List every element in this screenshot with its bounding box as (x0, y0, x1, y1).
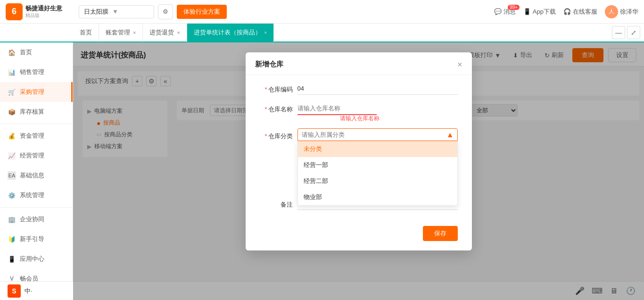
add-warehouse-modal: 新增仓库 × *仓库编码 *仓库名称 (246, 52, 472, 250)
name-error-message: 请输入仓库名称 (340, 115, 380, 123)
category-input-wrap: ▲ 未分类 经营一部 经营二部 物业部 (297, 128, 458, 141)
sidebar-inventory-label: 库存核算 (20, 108, 44, 116)
sidebar-item-purchase[interactable]: 🛒 采购管理 (0, 82, 73, 102)
tab-purchase-stats[interactable]: 进货单统计表（按商品） × (187, 23, 274, 42)
modal-body: *仓库编码 *仓库名称 请输入仓库名称 (246, 75, 472, 222)
tab-purchase-stats-close[interactable]: × (264, 30, 267, 35)
tab-purchase-stats-label: 进货单统计表（按商品） (194, 28, 261, 37)
headset-icon: 🎧 (563, 8, 571, 15)
user-area[interactable]: 人 徐泽华 (605, 5, 638, 18)
settings-gear-button[interactable]: ⚙ (158, 4, 173, 19)
store-name: 日太阳膜 (84, 8, 108, 16)
language-label: 中· (25, 287, 33, 295)
name-required-star: * (264, 106, 267, 113)
logo-subtitle: 精品版 (25, 12, 62, 18)
tab-purchase-return-close[interactable]: × (177, 30, 180, 35)
tab-minimize-button[interactable]: — (612, 26, 625, 39)
sales-icon: 📊 (8, 68, 16, 76)
guide-icon: 🔰 (8, 235, 16, 243)
trial-button[interactable]: 体验行业方案 (177, 5, 227, 19)
code-label: *仓库编码 (260, 83, 297, 94)
message-badge: 99+ (508, 5, 520, 10)
sidebar-item-basic[interactable]: EA 基础信息 (0, 166, 73, 185)
category-required-star: * (264, 133, 267, 140)
app-download-label: App下载 (533, 8, 556, 16)
sidebar-item-operations[interactable]: 📈 经营管理 (0, 146, 73, 166)
store-select[interactable]: 日太阳膜 ▼ (79, 5, 154, 18)
modal-header: 新增仓库 × (246, 52, 472, 75)
name-input-wrap: 请输入仓库名称 (297, 102, 458, 115)
tab-account[interactable]: 账套管理 × (99, 23, 143, 42)
sidebar-item-system[interactable]: ⚙️ 系统管理 (0, 185, 73, 205)
tab-maximize-button[interactable]: ⤢ (627, 26, 640, 39)
logo-text: 畅捷通好生意 精品版 (25, 5, 62, 19)
finance-icon: 💰 (8, 132, 16, 140)
purchase-icon: 🛒 (8, 88, 16, 96)
main-layout: 🏠 首页 📊 销售管理 🛒 采购管理 📦 库存核算 💰 资金管理 📈 经营管理 … (0, 42, 644, 300)
online-service-label: 在线客服 (573, 8, 597, 16)
logo-title: 畅捷通好生意 (25, 5, 62, 13)
sidebar-item-inventory[interactable]: 📦 库存核算 (0, 102, 73, 122)
sidebar-item-enterprise[interactable]: 🏢 企业协同 (0, 209, 73, 229)
home-icon: 🏠 (8, 48, 16, 57)
app-download-button[interactable]: 📱 App下载 (523, 8, 556, 16)
warehouse-name-input[interactable] (297, 102, 377, 115)
tab-account-label: 账套管理 (106, 28, 130, 37)
messages-button[interactable]: 💬 消息 99+ (494, 8, 516, 16)
tab-account-close[interactable]: × (133, 30, 136, 35)
sidebar-divider-1 (0, 124, 73, 124)
dropdown-option-dept1[interactable]: 经营一部 (298, 157, 457, 173)
top-header: 6 畅捷通好生意 精品版 日太阳膜 ▼ ⚙ 体验行业方案 💬 消息 99+ 📱 … (0, 0, 644, 24)
message-icon: 💬 (494, 8, 502, 15)
tab-bar: 首页 账套管理 × 进货退货 × 进货单统计表（按商品） × — ⤢ (0, 24, 644, 42)
sidebar-item-apps[interactable]: 📱 应用中心 (0, 249, 73, 269)
sidebar-item-home[interactable]: 🏠 首页 (0, 42, 73, 62)
tab-home[interactable]: 首页 (73, 23, 99, 42)
tab-purchase-return[interactable]: 进货退货 × (143, 23, 187, 42)
apps-icon: 📱 (8, 255, 16, 263)
bottom-left: S 中· (8, 284, 33, 298)
category-dropdown-list: 未分类 经营一部 经营二部 物业部 (297, 141, 458, 206)
sidebar-operations-label: 经营管理 (20, 151, 44, 160)
dropdown-option-none[interactable]: 未分类 (298, 141, 457, 157)
category-dropdown-input[interactable] (297, 128, 458, 141)
sidebar-finance-label: 资金管理 (20, 132, 44, 140)
sidebar-purchase-label: 采购管理 (20, 88, 44, 96)
s-logo: S (8, 284, 21, 298)
code-required-star: * (264, 86, 267, 93)
store-dropdown-arrow: ▼ (112, 8, 118, 15)
sidebar-sales-label: 销售管理 (20, 68, 44, 76)
name-label: *仓库名称 (260, 102, 297, 114)
content-area: 进货单统计(按商品) 🖨 按模板打印 ▼ ⬇ 导出 ↻ 刷新 查询 设置 (73, 42, 644, 300)
modal-footer: 保存 (246, 222, 472, 241)
header-center: 日太阳膜 ▼ ⚙ 体验行业方案 (79, 4, 494, 19)
sidebar-item-guide[interactable]: 🔰 新手引导 (0, 229, 73, 249)
sidebar-system-label: 系统管理 (20, 191, 44, 200)
inventory-icon: 📦 (8, 108, 16, 116)
warehouse-code-input[interactable] (297, 83, 458, 95)
username: 徐泽华 (620, 8, 638, 16)
form-row-category: *仓库分类 ▲ 未分类 经营一部 经营二部 物业部 (260, 128, 458, 141)
avatar: 人 (605, 5, 618, 18)
tab-bar-right: — ⤢ (612, 26, 644, 39)
online-service-button[interactable]: 🎧 在线客服 (563, 8, 597, 16)
dropdown-option-property[interactable]: 物业部 (298, 189, 457, 205)
sidebar: 🏠 首页 📊 销售管理 🛒 采购管理 📦 库存核算 💰 资金管理 📈 经营管理 … (0, 42, 73, 300)
operations-icon: 📈 (8, 151, 16, 160)
sidebar-apps-label: 应用中心 (20, 255, 44, 263)
save-button[interactable]: 保存 (423, 226, 458, 241)
logo-icon: 6 (6, 3, 23, 20)
modal-close-button[interactable]: × (457, 60, 462, 69)
system-icon: ⚙️ (8, 191, 16, 200)
sidebar-item-finance[interactable]: 💰 资金管理 (0, 126, 73, 146)
category-dropdown-arrow[interactable]: ▲ (446, 131, 454, 139)
header-right: 💬 消息 99+ 📱 App下载 🎧 在线客服 人 徐泽华 (494, 5, 638, 18)
app-icon: 📱 (523, 8, 531, 15)
dropdown-option-dept2[interactable]: 经营二部 (298, 173, 457, 189)
enterprise-icon: 🏢 (8, 215, 16, 224)
sidebar-item-sales[interactable]: 📊 销售管理 (0, 62, 73, 82)
tab-purchase-return-label: 进货退货 (149, 28, 174, 37)
form-row-name: *仓库名称 请输入仓库名称 (260, 102, 458, 115)
sidebar-divider-2 (0, 207, 73, 208)
category-label: *仓库分类 (260, 128, 297, 141)
